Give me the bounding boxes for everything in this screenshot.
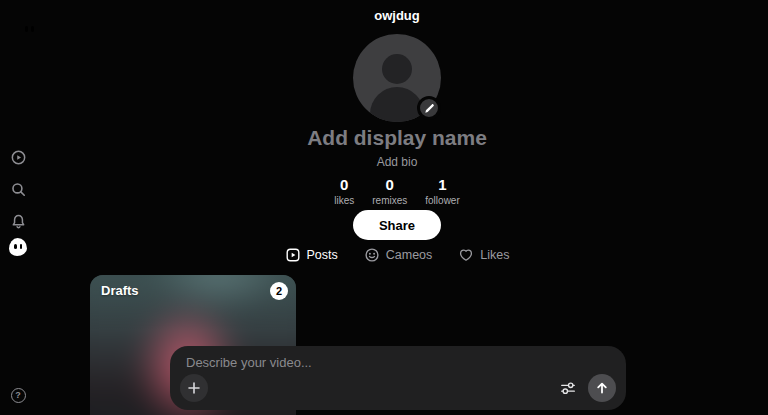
search-icon [10,181,27,198]
plus-icon [187,381,201,395]
heart-icon [458,247,474,263]
tab-posts[interactable]: Posts [285,247,338,263]
sidebar-item-search[interactable] [8,179,28,199]
app-logo[interactable] [7,7,31,31]
video-composer [170,346,626,410]
sidebar: ? [0,0,34,415]
help-icon: ? [11,388,26,403]
stat-likes-value: 0 [334,176,354,193]
tab-cameos[interactable]: Cameos [364,247,433,263]
share-row: Share [26,210,768,240]
stat-remixes[interactable]: 0 remixes [372,176,407,206]
avatar[interactable] [353,34,441,122]
stat-follower[interactable]: 1 follower [425,176,459,206]
posts-icon [285,247,301,263]
profile-stats: 0 likes 0 remixes 1 follower [26,176,768,206]
avatar-row [26,34,768,126]
add-attachment-button[interactable] [180,374,208,402]
cameos-smiley-icon [364,247,380,263]
drafts-count-badge: 2 [270,282,288,300]
settings-sliders-button[interactable] [556,376,580,400]
sidebar-item-notifications[interactable] [8,211,28,231]
arrow-up-icon [595,381,609,395]
send-button[interactable] [588,374,616,402]
add-bio[interactable]: Add bio [26,155,768,169]
tab-likes-label: Likes [480,248,509,262]
sidebar-item-explore[interactable] [8,147,28,167]
profile-face-icon [9,238,27,256]
sidebar-item-profile[interactable] [8,237,28,257]
share-button[interactable]: Share [353,210,441,240]
profile-tabs: Posts Cameos Likes [26,247,768,263]
stat-remixes-value: 0 [372,176,407,193]
pencil-icon [424,103,435,114]
profile-username: owjdug [26,8,768,23]
stat-remixes-label: remixes [372,195,407,206]
stat-follower-value: 1 [425,176,459,193]
add-display-name[interactable]: Add display name [26,126,768,150]
stat-likes[interactable]: 0 likes [334,176,354,206]
app-root: ? owjdug Add display name Add bio 0 like… [0,0,768,415]
edit-avatar-button[interactable] [417,96,441,120]
composer-input[interactable] [186,355,610,370]
explore-play-icon [10,149,27,166]
sidebar-item-help[interactable]: ? [8,385,28,405]
stat-likes-label: likes [334,195,354,206]
bell-icon [10,213,27,230]
drafts-title: Drafts [101,283,139,298]
sliders-icon [559,379,577,397]
tab-cameos-label: Cameos [386,248,433,262]
tab-posts-label: Posts [307,248,338,262]
tab-likes[interactable]: Likes [458,247,509,263]
stat-follower-label: follower [425,195,459,206]
